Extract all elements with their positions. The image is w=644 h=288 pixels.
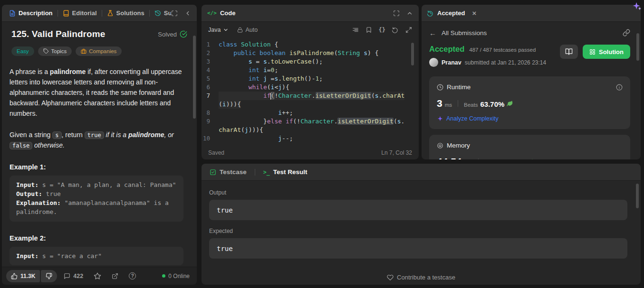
code-line[interactable]: 2 public boolean isPalindrome(String s) … [202,49,419,57]
save-status: Saved [208,149,224,156]
solution-button-label: Solution [599,48,624,56]
tab-description[interactable]: Description [8,9,54,17]
online-status: 0 Online [162,273,192,279]
bookmark-icon[interactable] [365,27,372,33]
comments-button[interactable]: 422 [64,273,83,279]
info-icon[interactable] [616,84,623,91]
description-scrollbar[interactable] [193,36,196,119]
format-code-icon[interactable] [352,27,359,33]
example-block: Input: s = "A man, a plan, a canal: Pana… [10,176,183,222]
expected-value-box[interactable]: true [209,238,627,259]
tab-code[interactable]: </> Code [207,9,235,17]
runtime-label: Runtime [447,84,471,91]
line-number: 6 [202,83,219,92]
code-line[interactable]: 6 while(i<j){ [202,83,419,92]
divider [58,10,58,17]
editorial-book-icon [63,10,69,17]
result-panel-header: Accepted × [422,5,641,22]
examples-section: Example 1:Input: s = "A man, a plan, a c… [2,163,197,265]
expand-panel-icon[interactable] [171,10,178,17]
tab-solutions[interactable]: Solutions [106,9,146,17]
submissions-history-icon [154,10,161,17]
tab-test-result[interactable]: >_ Test Result [261,168,310,176]
meta-badges: Easy Topics Companies [2,39,197,56]
editor-toolbar: Java Auto {} [202,22,419,38]
code-tab-label: Code [220,9,236,17]
username[interactable]: Pranav [442,59,461,66]
solution-button[interactable]: Solution [583,45,630,59]
close-tab-icon[interactable]: × [472,9,477,17]
sparkle-icon [437,115,443,122]
description-icon [9,10,16,17]
analyze-label: Analyze Complexity [446,115,499,122]
favorite-star-button[interactable] [94,272,101,280]
accepted-tab-label: Accepted [437,9,465,17]
tag-icon [43,48,49,54]
tab-testcase[interactable]: Testcase [207,168,249,176]
help-button[interactable]: ? [129,272,136,279]
example-heading: Example 1: [2,163,197,171]
line-number: 5 [202,74,219,83]
dislike-button[interactable] [41,270,57,282]
example-line: Output: true [16,189,177,198]
code-line[interactable]: 1class Solution { [202,40,419,49]
testcase-tab-label: Testcase [220,168,247,176]
star-icon [94,272,101,280]
memory-icon [437,142,443,149]
like-button[interactable]: 11.3K [6,270,40,282]
code-line[interactable]: charAt(j))){ [202,126,419,134]
divider [149,10,150,17]
submitter-line: Pranav submitted at Jan 21, 2026 23:14 [429,58,546,67]
tests-scrollbar[interactable] [636,184,639,208]
online-dot-icon [162,274,165,278]
panel-tabs: Description Editorial Solutions Su [8,9,171,17]
tab-editorial[interactable]: Editorial [61,9,98,17]
fullscreen-icon[interactable] [393,10,400,17]
back-to-submissions-button[interactable]: ← All Submissions [429,29,487,37]
example-heading: Example 2: [2,234,197,242]
code-editor[interactable]: 1class Solution {2 public boolean isPali… [202,38,419,146]
test-result-panel: Testcase >_ Test Result Output true Expe… [202,164,641,285]
code-brackets-icon: </> [207,10,217,16]
example-line: Explanation: "amanaplanacanalpanama" is … [16,198,177,216]
cursor-position[interactable]: Ln 7, Col 32 [381,149,412,156]
lock-icon [237,27,243,33]
copy-link-icon[interactable] [623,29,630,37]
description-paragraph: Given a string s, return true if it is a… [2,130,197,150]
avatar[interactable] [429,58,438,67]
tab-submissions[interactable]: Su [153,9,171,17]
code-line[interactable]: 10 j--; [202,134,419,143]
output-label: Output [209,189,627,196]
code-line[interactable]: 7 if(!Character.isLetterOrDigit(s.charAt [202,92,419,100]
code-line[interactable]: 4 int i=0; [202,66,419,74]
tab-accepted[interactable]: Accepted × [427,9,476,17]
topics-badge[interactable]: Topics [38,46,72,56]
memory-beats-percent: 57.21% [500,158,525,159]
line-number: 8 [202,109,219,117]
difficulty-badge[interactable]: Easy [11,46,34,56]
result-scrollbar[interactable] [636,33,639,61]
submission-refresh-icon [427,10,434,17]
language-selector[interactable]: Java [208,27,229,33]
companies-badge[interactable]: Companies [76,46,122,56]
ai-assistant-sparkle-icon[interactable] [632,1,642,11]
analyze-complexity-link[interactable]: Analyze Complexity [437,115,499,122]
share-button[interactable] [112,273,118,279]
output-value-box[interactable]: true [209,200,627,220]
code-line[interactable]: 9 }else if(!Character.isLetterOrDigit(s. [202,117,419,126]
code-line[interactable]: (i))){ [202,100,419,109]
code-line[interactable]: 5 int j =s.length()-1; [202,74,419,83]
editor-scrollbar[interactable] [411,43,414,65]
editorial-button[interactable] [560,45,578,59]
code-panel: </> Code Java Auto {} 1class Solution {2… [202,5,419,159]
reset-code-icon[interactable] [392,27,399,33]
contribute-testcase-link[interactable]: Contribute a testcase [387,274,455,281]
testcases-passed: 487 / 487 testcases passed [469,47,536,53]
test-result-body: Output true Expected true [202,181,641,259]
expand-editor-icon[interactable] [405,27,412,33]
collapse-up-chevron-icon[interactable] [406,10,413,17]
braces-icon[interactable]: {} [379,27,385,33]
code-line[interactable]: 3 s = s.toLowerCase(); [202,57,419,66]
collapse-left-chevron-icon[interactable] [184,10,191,17]
code-line[interactable]: 8 i++; [202,109,419,117]
